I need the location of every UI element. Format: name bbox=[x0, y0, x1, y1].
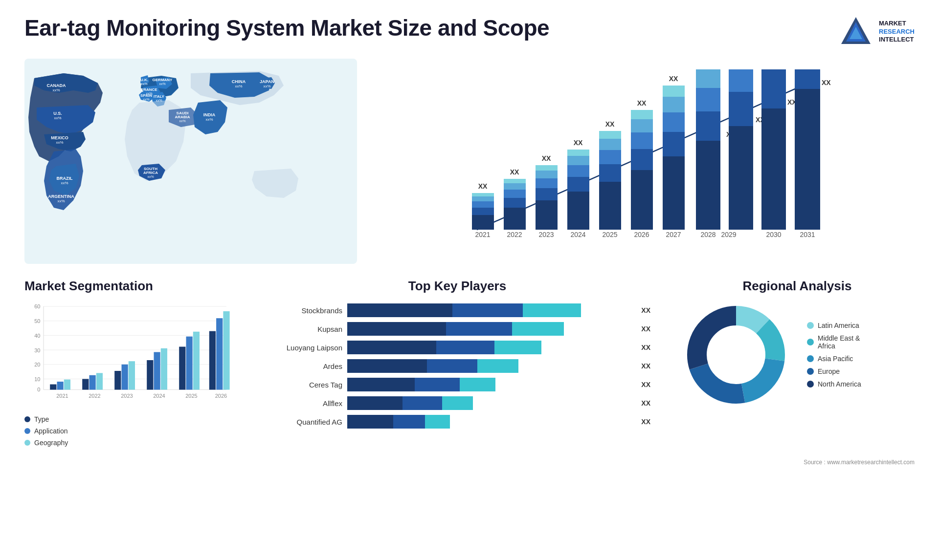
svg-point-150 bbox=[709, 328, 763, 382]
svg-text:XX: XX bbox=[605, 120, 615, 128]
svg-text:INDIA: INDIA bbox=[203, 112, 216, 117]
svg-rect-67 bbox=[599, 164, 621, 182]
segmentation-title: Market Segmentation bbox=[24, 279, 235, 294]
svg-rect-141 bbox=[193, 332, 200, 390]
svg-rect-54 bbox=[536, 178, 558, 188]
player-row-quantified: Quantified AG XX bbox=[264, 415, 650, 429]
segmentation-chart: 60 50 40 30 20 10 0 2021 2022 2023 2024 … bbox=[24, 301, 235, 409]
players-title: Top Key Players bbox=[264, 279, 650, 294]
svg-text:2029: 2029 bbox=[721, 231, 736, 238]
svg-rect-143 bbox=[216, 318, 223, 389]
svg-rect-68 bbox=[599, 150, 621, 164]
bar-chart-section: XX 2021 XX 2022 XX 2023 bbox=[367, 59, 915, 264]
players-section: Top Key Players Stockbrands XX Kupsan bbox=[254, 279, 660, 447]
svg-text:XX: XX bbox=[669, 75, 678, 83]
svg-text:2027: 2027 bbox=[666, 231, 681, 238]
bottom-grid: Market Segmentation 60 50 40 30 20 10 0 … bbox=[0, 274, 939, 456]
svg-text:XX: XX bbox=[542, 154, 551, 162]
svg-rect-62 bbox=[567, 156, 589, 165]
svg-text:2030: 2030 bbox=[766, 231, 781, 238]
svg-rect-87 bbox=[696, 141, 720, 230]
map-section: CANADA xx% U.S. xx% MEXICO xx% BRAZIL xx… bbox=[24, 59, 357, 264]
svg-text:10: 10 bbox=[34, 376, 40, 382]
svg-text:XX: XX bbox=[510, 168, 519, 176]
svg-rect-83 bbox=[663, 97, 685, 112]
svg-rect-41 bbox=[472, 196, 494, 201]
svg-text:xx%: xx% bbox=[159, 82, 165, 86]
svg-rect-82 bbox=[663, 112, 685, 132]
bar-chart: XX 2021 XX 2022 XX 2023 bbox=[377, 59, 915, 244]
player-row-stockbrands: Stockbrands XX bbox=[264, 303, 650, 317]
player-row-cerestag: Ceres Tag XX bbox=[264, 378, 650, 391]
svg-rect-46 bbox=[504, 198, 526, 208]
svg-text:ARGENTINA: ARGENTINA bbox=[48, 194, 74, 199]
legend-application: Application bbox=[24, 427, 235, 435]
svg-text:CHINA: CHINA bbox=[232, 79, 246, 84]
svg-text:U.K.: U.K. bbox=[140, 78, 148, 82]
svg-rect-98 bbox=[761, 108, 786, 230]
logo-icon bbox=[839, 15, 873, 49]
svg-rect-130 bbox=[82, 379, 89, 390]
svg-text:xx%: xx% bbox=[156, 99, 162, 102]
svg-text:2023: 2023 bbox=[121, 393, 133, 399]
regional-title: Regional Analysis bbox=[680, 279, 915, 294]
main-content: CANADA xx% U.S. xx% MEXICO xx% BRAZIL xx… bbox=[0, 59, 939, 274]
logo: MARKET RESEARCH INTELLECT bbox=[839, 15, 915, 49]
svg-text:xx%: xx% bbox=[143, 98, 149, 101]
svg-rect-142 bbox=[209, 331, 216, 390]
svg-text:xx%: xx% bbox=[61, 181, 68, 185]
svg-rect-99 bbox=[761, 69, 786, 108]
svg-text:AFRICA: AFRICA bbox=[143, 171, 158, 175]
legend-geography: Geography bbox=[24, 439, 235, 447]
player-name: Kupsan bbox=[264, 325, 342, 333]
svg-text:40: 40 bbox=[34, 333, 40, 339]
svg-text:xx%: xx% bbox=[141, 82, 147, 86]
svg-rect-39 bbox=[472, 208, 494, 215]
svg-rect-138 bbox=[161, 348, 167, 390]
svg-text:0: 0 bbox=[37, 387, 40, 392]
svg-text:60: 60 bbox=[34, 303, 40, 309]
player-name: Quantified AG bbox=[264, 418, 342, 426]
svg-rect-128 bbox=[57, 382, 64, 390]
logo-text: MARKET RESEARCH INTELLECT bbox=[879, 20, 915, 44]
svg-rect-127 bbox=[50, 385, 56, 390]
player-name: Luoyang Laipson bbox=[264, 344, 342, 352]
svg-rect-80 bbox=[663, 156, 685, 230]
svg-text:SPAIN: SPAIN bbox=[140, 93, 152, 98]
asia-pacific-dot bbox=[807, 355, 814, 362]
svg-rect-144 bbox=[223, 311, 229, 390]
donut-container: Latin America Middle East &Africa Asia P… bbox=[680, 299, 915, 411]
page-title: Ear-tag Monitoring System Market Size an… bbox=[24, 15, 549, 41]
legend-latin-america: Latin America bbox=[807, 322, 861, 329]
source-text: Source : www.marketresearchintellect.com bbox=[0, 459, 939, 466]
svg-text:2026: 2026 bbox=[215, 393, 227, 399]
svg-rect-139 bbox=[179, 347, 185, 390]
svg-text:xx%: xx% bbox=[205, 117, 213, 122]
svg-rect-73 bbox=[631, 170, 653, 230]
svg-text:xx%: xx% bbox=[56, 140, 63, 145]
svg-text:GERMANY: GERMANY bbox=[153, 78, 173, 82]
svg-rect-66 bbox=[599, 182, 621, 230]
svg-text:BRAZIL: BRAZIL bbox=[57, 176, 73, 181]
svg-rect-137 bbox=[154, 352, 160, 390]
svg-text:xx%: xx% bbox=[57, 199, 65, 203]
svg-rect-140 bbox=[186, 337, 193, 390]
player-row-allflex: Allflex XX bbox=[264, 396, 650, 410]
svg-text:xx%: xx% bbox=[52, 88, 60, 92]
player-row-luoyang: Luoyang Laipson XX bbox=[264, 341, 650, 354]
player-name: Stockbrands bbox=[264, 306, 342, 315]
svg-rect-76 bbox=[631, 119, 653, 132]
svg-text:U.S.: U.S. bbox=[53, 111, 62, 116]
svg-rect-132 bbox=[96, 373, 103, 389]
svg-rect-60 bbox=[567, 177, 589, 192]
svg-text:CANADA: CANADA bbox=[47, 83, 66, 88]
legend-asia-pacific: Asia Pacific bbox=[807, 355, 861, 363]
player-bar bbox=[347, 396, 632, 410]
svg-text:FRANCE: FRANCE bbox=[141, 87, 157, 92]
svg-rect-103 bbox=[795, 69, 820, 89]
regional-legend: Latin America Middle East &Africa Asia P… bbox=[807, 322, 861, 388]
legend-mea: Middle East &Africa bbox=[807, 334, 861, 350]
svg-rect-40 bbox=[472, 201, 494, 208]
svg-rect-38 bbox=[472, 215, 494, 230]
svg-text:2028: 2028 bbox=[700, 231, 715, 238]
